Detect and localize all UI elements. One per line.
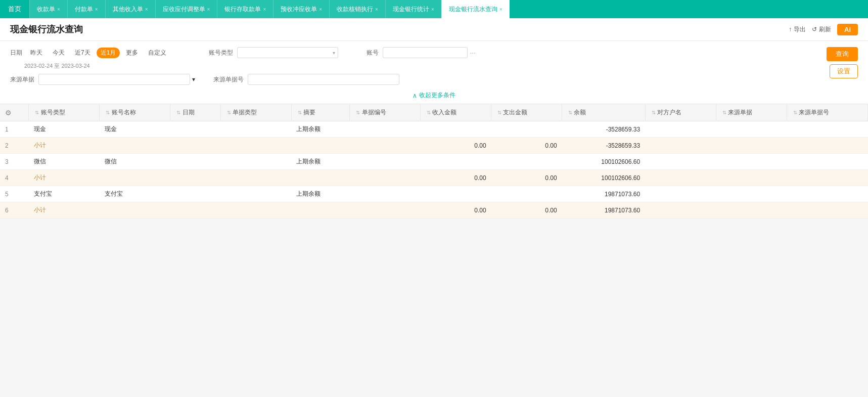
sort-icon: ⇅ [652,110,656,115]
source-doc-no-filter-block: 来源单据号 [213,74,399,85]
nav-tab-现金银行统计[interactable]: 现金银行统计 × [385,0,441,18]
col-source-doc[interactable]: ⇅ 来源单据 [716,104,787,121]
col-expense[interactable]: ⇅ 支出金额 [491,104,562,121]
source-doc-no-input[interactable] [248,74,399,85]
expense-cell [491,154,562,170]
col-account-name[interactable]: ⇅ 账号名称 [100,104,170,121]
row-number: 6 [0,202,29,218]
sort-icon: ⇅ [298,110,302,115]
account-name-cell: 微信 [100,154,170,170]
source-doc-no-cell [787,170,867,186]
account-type-label: 账号类型 [209,49,233,57]
account-input[interactable] [383,47,468,58]
balance-cell: 19871073.60 [562,186,645,202]
date-cell [170,138,220,154]
nav-tab-应收应付调整单[interactable]: 应收应付调整单 × [155,0,217,18]
query-button[interactable]: 查询 [827,47,858,61]
date-opt-custom[interactable]: 自定义 [144,48,170,58]
close-icon[interactable]: × [319,7,322,12]
table-wrap: ⚙ ⇅ 账号类型 ⇅ 账号名称 ⇅ 日期 ⇅ 单据类型 ⇅ 摘要 ⇅ 单据编号 … [0,104,868,218]
income-cell: 0.00 [421,138,491,154]
setting-button[interactable]: 设置 [830,64,858,78]
source-doc-no-label: 来源单据号 [213,75,244,84]
close-icon[interactable]: × [499,7,502,12]
source-doc-filter-block: 来源单据 ▾ [10,74,195,85]
source-doc-no-cell [787,138,867,154]
close-icon[interactable]: × [375,7,378,12]
table-row: 2小计0.000.00-3528659.33 [0,138,868,154]
source-doc-select[interactable] [38,74,190,85]
expense-cell [491,121,562,138]
col-doc-type[interactable]: ⇅ 单据类型 [220,104,291,121]
table-row: 3微信微信上期余额100102606.60 [0,154,868,170]
col-summary[interactable]: ⇅ 摘要 [291,104,350,121]
doc-no-cell [350,154,421,170]
close-icon[interactable]: × [431,7,434,12]
nav-home[interactable]: 首页 [0,0,29,18]
col-account-type[interactable]: ⇅ 账号类型 [29,104,100,121]
date-opt-1month[interactable]: 近1月 [97,48,120,58]
close-icon[interactable]: × [263,7,266,12]
counterpart-cell [645,154,716,170]
nav-tab-现金银行流水查询[interactable]: 现金银行流水查询 × [441,0,510,18]
ai-button[interactable]: Ai [837,24,858,35]
col-balance[interactable]: ⇅ 余额 [562,104,645,121]
account-filter-block: 账号 ··· [367,47,476,58]
close-icon[interactable]: × [207,7,210,12]
summary-cell [291,138,350,154]
nav-tab-付款单[interactable]: 付款单 × [67,0,105,18]
doc-type-cell [220,121,291,138]
counterpart-cell [645,186,716,202]
nav-tab-收款单[interactable]: 收款单 × [29,0,67,18]
date-cell [170,154,220,170]
balance-cell: 100102606.60 [562,154,645,170]
close-icon[interactable]: × [95,7,98,12]
source-doc-no-cell [787,202,867,218]
account-type-cell: 小计 [29,202,100,218]
filter-main: 日期 昨天 今天 近7天 近1月 更多 自定义 账号类型 [10,47,818,89]
top-navigation: 首页 收款单 × 付款单 × 其他收入单 × 应收应付调整单 × 银行存取款单 … [0,0,868,18]
more-dots-icon[interactable]: ··· [470,49,476,57]
page-header: 现金银行流水查询 ↑ 导出 ↺ 刷新 Ai [0,18,868,41]
col-doc-no[interactable]: ⇅ 单据编号 [350,104,421,121]
filter-row-2: 来源单据 ▾ 来源单据号 [10,74,818,85]
nav-tab-预收冲应收单[interactable]: 预收冲应收单 × [273,0,329,18]
col-gear[interactable]: ⚙ [0,104,29,121]
doc-type-cell [220,154,291,170]
close-icon[interactable]: × [57,7,60,12]
sort-icon: ⇅ [176,110,180,115]
header-actions: ↑ 导出 ↺ 刷新 Ai [789,24,858,35]
expense-cell: 0.00 [491,170,562,186]
date-filter-block: 日期 昨天 今天 近7天 近1月 更多 自定义 [10,48,170,58]
collapse-bar[interactable]: ∧ 收起更多条件 [10,89,858,100]
summary-cell: 上期余额 [291,121,350,138]
table-row: 6小计0.000.0019871073.60 [0,202,868,218]
doc-no-cell [350,202,421,218]
col-counterpart[interactable]: ⇅ 对方户名 [645,104,716,121]
table-header-row: ⚙ ⇅ 账号类型 ⇅ 账号名称 ⇅ 日期 ⇅ 单据类型 ⇅ 摘要 ⇅ 单据编号 … [0,104,868,121]
summary-cell [291,202,350,218]
source-doc-no-cell [787,121,867,138]
date-cell [170,202,220,218]
doc-no-cell [350,138,421,154]
balance-cell: -3528659.33 [562,138,645,154]
right-buttons: 查询 设置 [827,47,858,89]
account-type-cell: 小计 [29,170,100,186]
date-opt-7days[interactable]: 近7天 [71,48,95,58]
nav-tab-其他收入单[interactable]: 其他收入单 × [105,0,155,18]
doc-no-cell [350,186,421,202]
date-opt-more[interactable]: 更多 [122,48,142,58]
export-button[interactable]: ↑ 导出 [789,25,806,34]
col-income[interactable]: ⇅ 收入金额 [421,104,491,121]
sort-icon: ⇅ [427,110,431,115]
nav-tab-收款核销执行[interactable]: 收款核销执行 × [329,0,385,18]
date-opt-today[interactable]: 今天 [49,48,69,58]
nav-tab-银行存取款单[interactable]: 银行存取款单 × [217,0,273,18]
col-date[interactable]: ⇅ 日期 [170,104,220,121]
refresh-button[interactable]: ↺ 刷新 [812,25,831,34]
account-type-select[interactable] [237,47,338,58]
date-opt-yesterday[interactable]: 昨天 [26,48,47,58]
close-icon[interactable]: × [145,7,148,12]
doc-type-cell [220,202,291,218]
col-source-doc-no[interactable]: ⇅ 来源单据号 [787,104,867,121]
